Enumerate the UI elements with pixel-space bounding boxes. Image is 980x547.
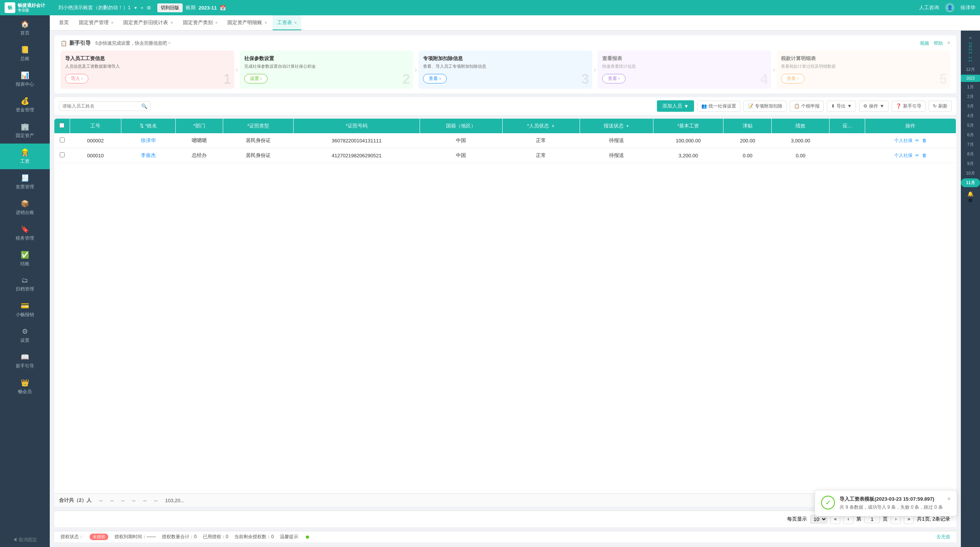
tab-close-depreciation[interactable]: × [170,20,173,25]
header-right-tools: 人工咨询 👤 徐泽华 [919,3,975,12]
tab-close-fixed-category[interactable]: × [215,20,217,25]
period-label: 账期 [186,4,196,11]
sidebar-label-member: 畅会员 [18,389,32,395]
operations-btn[interactable]: ⚙ 操作 ▼ [859,101,889,112]
sidebar-item-funds[interactable]: 💰 资金管理 [0,92,50,118]
settings-icon[interactable]: ⚙ [147,5,151,11]
row2-name[interactable]: 李俊杰 [121,148,175,163]
row1-social-security-link[interactable]: 个人社保 [894,138,913,143]
cancel-pin-btn[interactable]: ◀ 取消固定 [0,533,50,547]
sidebar-item-invoices[interactable]: 🧾 发票管理 [0,169,50,195]
add-dropdown-icon[interactable]: ▼ [684,103,689,109]
version-switch-btn[interactable]: 切到旧版 [157,3,183,12]
total-auth-label: 授权数量合计：0 [162,534,197,540]
tab-close-fixed-assets[interactable]: × [111,20,113,25]
export-btn[interactable]: ⬇ 导出 ▼ [827,101,856,112]
sidebar-item-reports[interactable]: 📊 报表中心 [0,67,50,92]
sidebar-item-settings[interactable]: ⚙ 设置 [0,323,50,348]
special-deduction-btn[interactable]: 📝 专项附加扣除 [743,101,787,112]
row1-allowance: 200.00 [724,133,772,148]
month-12[interactable]: 12月 [961,65,980,74]
month-8[interactable]: 8月 [961,150,980,158]
sidebar-label-settings: 设置 [20,337,29,344]
month-4[interactable]: 4月 [961,111,980,120]
panel-expand-icon[interactable]: « [968,34,973,41]
sidebar-item-payroll[interactable]: 👷 工资 [0,144,50,169]
th-dept: *部门 [175,119,223,133]
month-2[interactable]: 2月 [961,92,980,101]
row1-checkbox[interactable] [60,137,65,142]
auth-label: 授权状态： [60,534,83,540]
support-link[interactable]: 人工咨询 [919,4,939,11]
table-header-row: 工号 ⇅ *姓名 *部门 *证照类型 *证照号码 国籍（地区） *人员状态 ▼ … [54,119,956,133]
tab-close-payroll[interactable]: × [294,20,297,25]
sidebar-item-tax[interactable]: 🔖 税务管理 [0,220,50,246]
row2-emp-id: 000010 [70,148,121,163]
row2-id-type: 居民身份证 [223,148,293,163]
month-1[interactable]: 1月 [961,83,980,91]
search-input[interactable] [62,103,140,109]
tab-fixed-assets[interactable]: 固定资产管理 × [74,15,118,30]
social-security-btn[interactable]: 👥 统一社保设置 [697,101,740,112]
wizard-step2-btn[interactable]: 设置 › [244,74,268,83]
settlement-icon: ✅ [21,251,29,259]
row2-edit-icon[interactable]: ✏ [915,153,919,158]
go-auth-link[interactable]: 去充值 [936,534,950,540]
select-all-checkbox[interactable] [59,123,64,128]
wizard-step5-btn[interactable]: 查看 › [781,74,804,83]
wizard-step1-btn[interactable]: 导入 › [65,74,88,83]
tab-close-fixed-detail[interactable]: × [265,20,267,25]
row1-delete-icon[interactable]: 🗑 [922,138,927,143]
sidebar-label-expense: 小畅报销 [16,312,34,318]
toast-close-btn[interactable]: × [947,496,951,502]
row2-social-security-link[interactable]: 个人社保 [894,153,913,158]
month-11[interactable]: 11月 [961,178,980,187]
wizard-step3-btn[interactable]: 查看 › [423,74,446,83]
tab-depreciation[interactable]: 固定资产折旧统计表 × [119,15,177,30]
sidebar-item-ledger[interactable]: 📒 总账 [0,41,50,67]
refresh-btn[interactable]: ↻ 刷新 [929,101,952,112]
table-row: 000010 李俊杰 总经办 居民身份证 412702198206290521 … [54,148,956,163]
sidebar-item-settlement[interactable]: ✅ 结账 [0,246,50,272]
month-7[interactable]: 7月 [961,140,980,149]
tab-fixed-detail[interactable]: 固定资产明细账 × [223,15,271,30]
panel-bottom-icon2[interactable]: ⚙ [968,198,973,203]
sidebar-item-expense[interactable]: 💳 小畅报销 [0,297,50,323]
month-10[interactable]: 10月 [961,169,980,178]
tab-home[interactable]: 首页 [54,15,74,30]
month-9[interactable]: 9月 [961,159,980,168]
sidebar-item-wizard[interactable]: 📖 新手引导 [0,348,50,374]
app-name: 畅捷通好会计 [18,3,45,8]
month-6[interactable]: 6月 [961,131,980,139]
sidebar-item-home[interactable]: 🏠 首页 [0,15,50,41]
wizard-step-3: 专项附加扣除信息 查看、导入员工专项附加扣除信息 查看 › 3 [418,51,592,89]
add-account-btn[interactable]: + [140,5,144,11]
sidebar-item-member[interactable]: 👑 畅会员 [0,374,50,400]
month-3[interactable]: 3月 [961,102,980,111]
sidebar-item-inventory[interactable]: 📦 进销台账 [0,195,50,220]
wizard-help-link[interactable]: 帮助 [934,40,943,47]
panel-bottom-icon1[interactable]: 🔔 [967,191,973,197]
tax-declaration-btn[interactable]: 📋 个税申报 [790,101,824,112]
search-icon[interactable]: 🔍 [141,103,147,109]
sidebar-item-fixed-assets[interactable]: 🏢 固定资产 [0,118,50,144]
year-2023[interactable]: 2023 [961,75,980,82]
wizard-link-btn[interactable]: ❓ 新手引导 [892,101,926,112]
sidebar-item-archive[interactable]: 🗂 归档管理 [0,272,50,297]
row1-edit-icon[interactable]: ✏ [915,138,919,143]
tax-icon: 🔖 [21,225,29,233]
wizard-close-btn[interactable]: × [947,40,950,47]
sidebar-label-inventory: 进销台账 [16,209,34,216]
month-5[interactable]: 5月 [961,121,980,130]
wizard-step4-btn[interactable]: 查看 › [602,74,626,83]
tab-payroll[interactable]: 工资表 × [273,15,301,30]
row2-checkbox[interactable] [60,152,65,157]
calendar-icon[interactable]: 📅 [220,5,226,11]
add-employee-btn[interactable]: 添加人员 ▼ [657,100,694,112]
tab-fixed-category[interactable]: 固定资产类别 × [178,15,222,30]
row2-delete-icon[interactable]: 🗑 [922,153,927,158]
row1-name[interactable]: 徐泽华 [121,133,175,148]
wizard-video-link[interactable]: 视频 [920,40,929,47]
member-icon: 👑 [21,379,29,387]
account-dropdown[interactable]: ▼ [134,6,137,10]
